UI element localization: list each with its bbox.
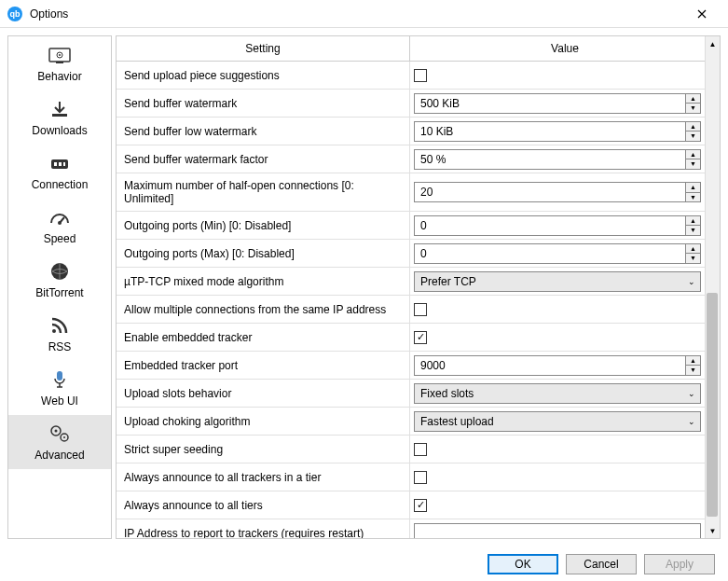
setting-label: Enable embedded tracker xyxy=(117,324,410,351)
setting-label: Upload slots behavior xyxy=(117,380,410,407)
setting-label: Always announce to all tiers xyxy=(117,491,410,519)
table-header: Setting Value xyxy=(117,36,720,62)
svg-rect-7 xyxy=(59,162,62,166)
ok-button[interactable]: OK xyxy=(488,554,558,574)
spinner-input[interactable] xyxy=(415,122,685,141)
setting-label: Send buffer watermark factor xyxy=(117,145,410,173)
setting-value-cell: ▲▼ xyxy=(410,90,705,117)
spinner-down-icon[interactable]: ▼ xyxy=(686,193,700,202)
checkbox-input[interactable] xyxy=(414,303,427,316)
number-spinner[interactable]: ▲▼ xyxy=(414,243,701,264)
table-row: Embedded tracker port▲▼ xyxy=(117,352,705,380)
checkbox-input[interactable] xyxy=(414,331,427,344)
spinner-down-icon[interactable]: ▼ xyxy=(686,226,700,235)
sidebar-item-downloads[interactable]: Downloads xyxy=(8,90,111,145)
text-input[interactable] xyxy=(414,523,701,539)
close-button[interactable] xyxy=(683,1,721,27)
spinner-up-icon[interactable]: ▲ xyxy=(686,94,700,104)
scroll-thumb[interactable] xyxy=(707,293,718,517)
spinner-up-icon[interactable]: ▲ xyxy=(686,216,700,227)
setting-value-cell xyxy=(410,436,705,463)
spinner-input[interactable] xyxy=(415,356,685,375)
table-row: Outgoing ports (Max) [0: Disabled]▲▼ xyxy=(117,240,705,268)
spinner-input[interactable] xyxy=(415,183,685,201)
checkbox-input[interactable] xyxy=(414,69,427,82)
setting-label: Maximum number of half-open connections … xyxy=(117,173,410,211)
setting-label: Upload choking algorithm xyxy=(117,408,410,435)
spinner-down-icon[interactable]: ▼ xyxy=(686,131,700,141)
spinner-up-icon[interactable]: ▲ xyxy=(686,244,700,255)
setting-label: Send upload piece suggestions xyxy=(117,62,410,89)
setting-value-cell xyxy=(410,463,705,491)
dropdown-select[interactable]: Fixed slots⌄ xyxy=(414,383,701,404)
setting-value-cell xyxy=(410,62,705,89)
spinner-up-icon[interactable]: ▲ xyxy=(686,183,700,193)
sidebar-item-speed[interactable]: Speed xyxy=(8,199,111,253)
table-row: Always announce to all tiers xyxy=(117,491,705,519)
setting-value-cell xyxy=(410,491,705,519)
table-row: Send buffer watermark▲▼ xyxy=(117,90,705,118)
number-spinner[interactable]: ▲▼ xyxy=(414,149,701,170)
sidebar-item-connection[interactable]: Connection xyxy=(8,145,111,199)
dropdown-select[interactable]: Fastest upload⌄ xyxy=(414,411,701,432)
apply-button[interactable]: Apply xyxy=(644,554,715,574)
setting-value-cell: ▲▼ xyxy=(410,173,705,211)
number-spinner[interactable]: ▲▼ xyxy=(414,182,701,202)
number-spinner[interactable]: ▲▼ xyxy=(414,93,701,114)
rss-icon xyxy=(47,314,73,337)
vertical-scrollbar[interactable]: ▲ ▼ xyxy=(705,36,720,538)
sidebar-item-label: Speed xyxy=(44,232,76,245)
spinner-input[interactable] xyxy=(415,216,685,235)
setting-value-cell: ▲▼ xyxy=(410,118,705,145)
setting-value-cell: ▲▼ xyxy=(410,240,705,267)
spinner-up-icon[interactable]: ▲ xyxy=(686,150,700,160)
checkbox-input[interactable] xyxy=(414,471,427,484)
checkbox-input[interactable] xyxy=(414,499,427,512)
table-row: Outgoing ports (Min) [0: Disabled]▲▼ xyxy=(117,212,705,240)
setting-label: IP Address to report to trackers (requir… xyxy=(117,519,410,538)
table-row: Enable embedded tracker xyxy=(117,324,705,352)
sidebar-item-behavior[interactable]: Behavior xyxy=(8,36,111,90)
svg-line-10 xyxy=(60,217,64,223)
app-icon: qb xyxy=(7,7,22,21)
number-spinner[interactable]: ▲▼ xyxy=(414,355,701,376)
settings-scroll[interactable]: Send upload piece suggestionsSend buffer… xyxy=(117,62,720,538)
setting-label: Allow multiple connections from the same… xyxy=(117,296,410,323)
table-row: IP Address to report to trackers (requir… xyxy=(117,519,705,538)
sidebar-item-label: Web UI xyxy=(41,394,78,408)
table-row: Maximum number of half-open connections … xyxy=(117,173,705,212)
spinner-input[interactable] xyxy=(415,94,685,113)
sidebar-item-label: Advanced xyxy=(34,449,84,462)
table-row: Always announce to all trackers in a tie… xyxy=(117,463,705,491)
sidebar-item-label: Connection xyxy=(32,178,89,191)
svg-rect-4 xyxy=(52,114,67,117)
spinner-input[interactable] xyxy=(415,150,685,169)
spinner-down-icon[interactable]: ▼ xyxy=(686,366,700,375)
spinner-input[interactable] xyxy=(415,244,685,263)
table-row: Send buffer low watermark▲▼ xyxy=(117,118,705,145)
svg-rect-6 xyxy=(54,162,57,166)
setting-label: Send buffer watermark xyxy=(117,90,410,117)
table-row: Send upload piece suggestions xyxy=(117,62,705,90)
sidebar-item-bittorrent[interactable]: BitTorrent xyxy=(8,253,111,307)
sidebar-item-rss[interactable]: RSS xyxy=(8,307,111,361)
sidebar-item-webui[interactable]: Web UI xyxy=(8,361,111,415)
spinner-down-icon[interactable]: ▼ xyxy=(686,104,700,113)
scroll-up-button[interactable]: ▲ xyxy=(706,36,720,51)
setting-value-cell: Fixed slots⌄ xyxy=(410,380,705,407)
sidebar-item-advanced[interactable]: Advanced xyxy=(8,415,111,469)
setting-label: Strict super seeding xyxy=(117,436,410,463)
number-spinner[interactable]: ▲▼ xyxy=(414,121,701,142)
spinner-down-icon[interactable]: ▼ xyxy=(686,159,700,169)
number-spinner[interactable]: ▲▼ xyxy=(414,215,701,236)
checkbox-input[interactable] xyxy=(414,443,427,456)
spinner-down-icon[interactable]: ▼ xyxy=(686,254,700,263)
spinner-up-icon[interactable]: ▲ xyxy=(686,122,700,132)
chevron-down-icon: ⌄ xyxy=(683,277,700,286)
scroll-down-button[interactable]: ▼ xyxy=(706,523,720,538)
window-title: Options xyxy=(30,7,683,21)
spinner-up-icon[interactable]: ▲ xyxy=(686,356,700,367)
dropdown-select[interactable]: Prefer TCP⌄ xyxy=(414,271,701,292)
cancel-button[interactable]: Cancel xyxy=(566,554,637,574)
gears-icon xyxy=(47,422,73,445)
